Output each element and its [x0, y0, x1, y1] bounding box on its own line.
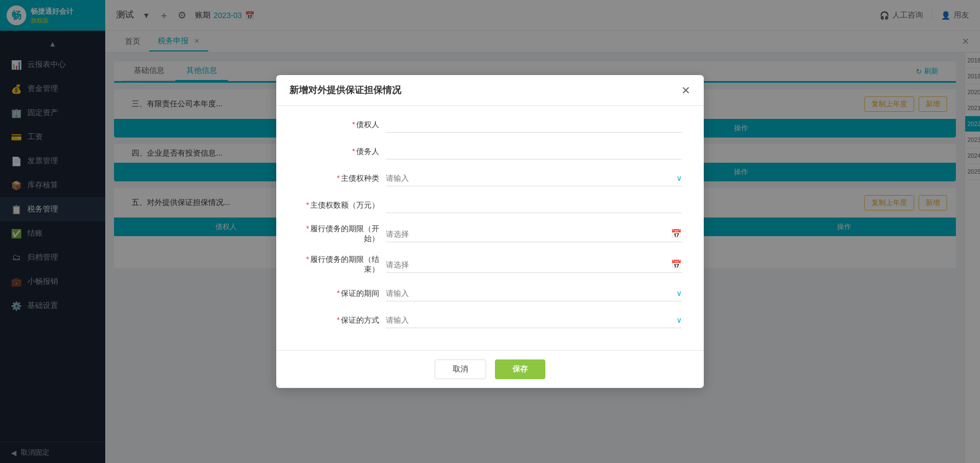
- label-guarantee-method: *保证的方式: [298, 316, 386, 325]
- calendar-start-icon[interactable]: 📅: [671, 228, 682, 239]
- label-guarantee-period: *保证的期间: [298, 289, 386, 299]
- input-guarantee-period[interactable]: [386, 285, 676, 301]
- modal-add-guarantee: 新增对外提供保证担保情况 ✕ *债权人 *债务人 *主债权种类: [276, 75, 704, 388]
- form-row-period-end: *履行债务的期限（结束） 📅: [298, 255, 682, 275]
- date-wrap-end: 📅: [386, 257, 682, 273]
- select-wrap-guarantee-period: ∨: [386, 285, 682, 301]
- input-period-start[interactable]: [386, 226, 671, 242]
- required-mark: *: [306, 224, 309, 233]
- input-debtor[interactable]: [386, 144, 682, 159]
- form-row-debt-amount: *主债权数额（万元）: [298, 197, 682, 213]
- form-row-guarantee-method: *保证的方式 ∨: [298, 312, 682, 328]
- input-creditor[interactable]: [386, 117, 682, 133]
- form-row-creditor: *债权人: [298, 117, 682, 133]
- label-debtor: *债务人: [298, 147, 386, 157]
- select-wrap-guarantee-method: ∨: [386, 312, 682, 328]
- input-guarantee-method[interactable]: [386, 312, 676, 328]
- form-row-guarantee-period: *保证的期间 ∨: [298, 285, 682, 301]
- input-period-end[interactable]: [386, 257, 671, 272]
- modal-footer: 取消 保存: [276, 350, 704, 388]
- label-debt-amount: *主债权数额（万元）: [298, 201, 386, 210]
- date-wrap-start: 📅: [386, 226, 682, 242]
- required-mark: *: [337, 289, 340, 298]
- select-wrap-debt-type: ∨: [386, 170, 682, 186]
- modal-header: 新增对外提供保证担保情况 ✕: [276, 75, 704, 106]
- chevron-down-icon[interactable]: ∨: [676, 174, 682, 182]
- chevron-down-icon-2[interactable]: ∨: [676, 289, 682, 298]
- modal-overlay: 新增对外提供保证担保情况 ✕ *债权人 *债务人 *主债权种类: [0, 0, 980, 463]
- required-mark: *: [352, 120, 355, 129]
- form-row-debt-type: *主债权种类 ∨: [298, 170, 682, 186]
- cancel-button[interactable]: 取消: [435, 359, 486, 379]
- required-mark: *: [337, 316, 340, 324]
- required-mark: *: [306, 255, 309, 264]
- form-row-debtor: *债务人: [298, 144, 682, 159]
- form-row-period-start: *履行债务的期限（开始） 📅: [298, 224, 682, 244]
- input-debt-type[interactable]: [386, 170, 676, 186]
- required-mark: *: [306, 201, 309, 209]
- required-mark: *: [352, 147, 355, 156]
- label-debt-type: *主债权种类: [298, 174, 386, 184]
- modal-close-button[interactable]: ✕: [681, 85, 691, 96]
- required-mark: *: [337, 174, 340, 182]
- modal-body: *债权人 *债务人 *主债权种类 ∨: [276, 106, 704, 350]
- label-period-end: *履行债务的期限（结束）: [298, 255, 386, 275]
- modal-title: 新增对外提供保证担保情况: [289, 84, 401, 96]
- input-debt-amount[interactable]: [386, 197, 682, 213]
- save-button[interactable]: 保存: [495, 359, 545, 379]
- label-period-start: *履行债务的期限（开始）: [298, 224, 386, 244]
- chevron-down-icon-3[interactable]: ∨: [676, 316, 682, 324]
- label-creditor: *债权人: [298, 120, 386, 130]
- calendar-end-icon[interactable]: 📅: [671, 259, 682, 270]
